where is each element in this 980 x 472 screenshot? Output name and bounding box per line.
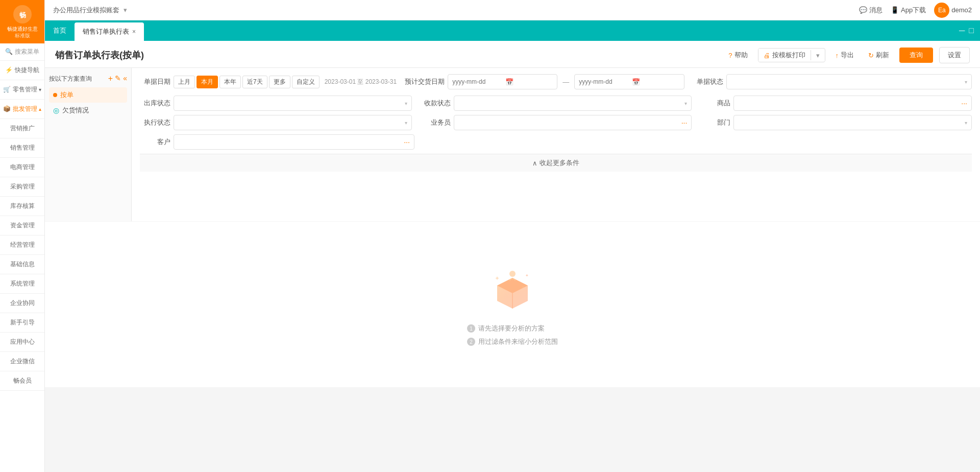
sidebar-item-new-guide[interactable]: 新手引导 [0, 313, 44, 333]
purchase-label: 采购管理 [10, 183, 35, 190]
print-button-group: 🖨 按模板打印 ▾ [758, 48, 825, 62]
empty-tip-1: 1 请先选择要分析的方案 [467, 324, 558, 333]
collection-status-group: 收款状态 ▾ [420, 96, 692, 111]
refresh-label: 刷新 [876, 51, 889, 60]
wechat-label: 企业微信 [10, 358, 35, 365]
tab-sales-order[interactable]: 销售订单执行表 × [75, 22, 144, 41]
date-label: 单据日期 [140, 77, 170, 86]
collapse-label: 收起更多条件 [540, 158, 579, 168]
goods-input[interactable]: ··· [733, 96, 972, 111]
delivery-select[interactable]: ▾ [174, 96, 412, 111]
tab-home[interactable]: 首页 [45, 20, 75, 41]
filter-row-3: 执行状态 ▾ 业务员 ··· 部门 [140, 115, 972, 130]
scheme-shortage-label: 欠货情况 [62, 106, 89, 115]
tab-close-button[interactable]: × [132, 28, 136, 35]
sidebar-item-basic-info[interactable]: 基础信息 [0, 255, 44, 274]
sidebar-item-member[interactable]: 畅会员 [0, 371, 44, 391]
retail-label: 零售管理 [13, 86, 37, 93]
date-this-year-btn[interactable]: 本年 [219, 76, 241, 88]
help-button[interactable]: ? 帮助 [724, 49, 751, 62]
logo-text: 畅捷通好生意 [7, 26, 38, 32]
date-separator: — [560, 78, 571, 86]
breadcrumb-arrow-icon[interactable]: ▾ [124, 6, 127, 14]
settings-button[interactable]: 设置 [939, 47, 970, 63]
sidebar-item-inventory[interactable]: 库存核算 [0, 197, 44, 216]
sidebar-item-wholesale[interactable]: 📦 批发管理 ▴ [0, 100, 44, 119]
salesperson-input[interactable]: ··· [454, 115, 692, 130]
sidebar-item-ecommerce[interactable]: 电商管理 [0, 158, 44, 177]
sidebar-item-marketing[interactable]: 营销推广 [0, 119, 44, 138]
expected-date-end-input[interactable]: 📅 [574, 74, 684, 89]
delivery-arrow-icon: ▾ [405, 101, 407, 106]
ecommerce-label: 电商管理 [10, 163, 35, 171]
date-this-month-btn[interactable]: 本月 [197, 76, 218, 88]
scheme-item-shortage[interactable]: ◎ 欠货情况 [49, 103, 127, 118]
edit-scheme-button[interactable]: ✎ [115, 74, 121, 83]
finance-label: 资金管理 [10, 222, 35, 229]
svg-point-3 [509, 271, 516, 277]
sidebar-item-system[interactable]: 系统管理 [0, 274, 44, 294]
dept-arrow-icon: ▾ [965, 120, 967, 126]
date-prev-month-btn[interactable]: 上月 [174, 76, 195, 88]
refresh-button[interactable]: ↻ 刷新 [864, 49, 893, 62]
expected-date-end-field[interactable] [579, 78, 630, 85]
sidebar-item-retail[interactable]: 🛒 零售管理 ▾ [0, 80, 44, 100]
scheme-item-by-order[interactable]: 按单 [49, 87, 127, 103]
sidebar-item-search[interactable]: 🔍 搜索菜单 [0, 43, 44, 61]
customer-input[interactable]: ··· [174, 134, 414, 150]
sidebar-item-operations[interactable]: 经营管理 [0, 235, 44, 255]
exec-select[interactable]: ▾ [174, 115, 412, 130]
retail-arrow: ▾ [39, 87, 41, 92]
tip-text-1: 请先选择要分析的方案 [478, 324, 545, 333]
tab-maximize-button[interactable]: □ [969, 26, 974, 35]
filter-row-2: 出库状态 ▾ 收款状态 ▾ 商品 [140, 96, 972, 111]
collection-select[interactable]: ▾ [454, 96, 692, 111]
tip-num-2: 2 [467, 338, 475, 346]
expected-date-label: 预计交货日期 [405, 77, 445, 86]
basic-info-label: 基础信息 [10, 261, 35, 268]
query-button[interactable]: 查询 [899, 48, 933, 63]
date-filter-group: 单据日期 上月 本月 本年 近7天 更多 自定义 2023-03-01 至 20… [140, 76, 397, 88]
customer-more-icon: ··· [404, 138, 410, 146]
status-select[interactable]: ▾ [726, 74, 972, 89]
active-tab-label: 销售订单执行表 [83, 27, 129, 36]
date-more-btn[interactable]: 更多 [269, 76, 290, 88]
active-dot [53, 93, 57, 97]
expected-date-start-field[interactable] [452, 78, 503, 85]
tab-minimize-button[interactable]: ─ [959, 26, 965, 35]
date-custom-btn[interactable]: 自定义 [292, 76, 320, 88]
sidebar-item-sales[interactable]: 销售管理 [0, 138, 44, 158]
date-7days-btn[interactable]: 近7天 [242, 76, 267, 88]
collapse-button[interactable]: ∧ 收起更多条件 [140, 154, 972, 172]
collapse-sidebar-button[interactable]: « [123, 74, 127, 83]
logo-icon: 畅 [12, 4, 33, 25]
content-area: 销售订单执行表(按单) ? 帮助 🖨 按模板打印 ▾ [45, 41, 980, 472]
add-scheme-button[interactable]: + [108, 74, 113, 83]
sidebar-item-purchase[interactable]: 采购管理 [0, 177, 44, 197]
empty-illustration: ✦ ✦ ✦ [487, 263, 538, 314]
sidebar-item-quick-nav[interactable]: ⚡ 快捷导航 [0, 61, 44, 80]
message-label: 消息 [869, 6, 883, 15]
filter-row-1: 单据日期 上月 本月 本年 近7天 更多 自定义 2023-03-01 至 20… [140, 74, 972, 89]
sidebar-item-wechat[interactable]: 企业微信 [0, 352, 44, 371]
message-button[interactable]: 💬 消息 [859, 6, 883, 15]
dept-select[interactable]: ▾ [733, 115, 972, 130]
filter-row-4: 客户 ··· [140, 134, 414, 150]
print-arrow-button[interactable]: ▾ [811, 50, 825, 61]
app-download-button[interactable]: 📱 App下载 [891, 6, 926, 15]
user-menu[interactable]: Ea demo2 [934, 3, 972, 18]
expected-date-start-input[interactable]: 📅 [448, 74, 557, 89]
sidebar-item-collab[interactable]: 企业协同 [0, 294, 44, 313]
collection-arrow-icon: ▾ [684, 101, 687, 106]
wholesale-arrow: ▴ [39, 106, 41, 112]
print-button[interactable]: 🖨 按模板打印 [758, 49, 811, 62]
export-icon: ↑ [836, 52, 839, 59]
message-icon: 💬 [859, 6, 867, 14]
date-options-group: 上月 本月 本年 近7天 更多 自定义 [174, 76, 320, 88]
sidebar-item-finance[interactable]: 资金管理 [0, 216, 44, 235]
export-button[interactable]: ↑ 导出 [831, 49, 859, 62]
top-header: 办公用品行业模拟账套 ▾ 💬 消息 📱 App下载 Ea demo2 [45, 0, 980, 20]
sidebar-item-app-center[interactable]: 应用中心 [0, 333, 44, 352]
help-label: 帮助 [734, 51, 748, 60]
header-left: 办公用品行业模拟账套 ▾ [53, 6, 127, 15]
